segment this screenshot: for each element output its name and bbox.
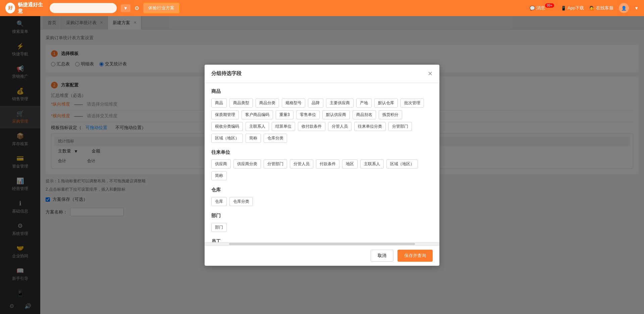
field-tag-spec-model[interactable]: 规格型号 — [282, 99, 305, 108]
top-header: 好 畅捷通好生意 ▼ ⚙ 体验行业方案 💬 消息 99+ 📱 App下载 💁 在… — [0, 0, 644, 16]
field-tag-retail-unit[interactable]: 零售单位 — [296, 110, 320, 119]
message-badge: 99+ — [545, 3, 554, 8]
online-service-icon: 💁 — [589, 6, 595, 11]
field-group-employee: 员工 业务员 — [211, 239, 433, 243]
user-avatar[interactable]: 👤 — [619, 3, 629, 13]
field-tag-shelf-life[interactable]: 保质期管理 — [211, 110, 239, 119]
field-tag-goods-category[interactable]: 商品分类 — [256, 99, 279, 108]
app-download-item[interactable]: 📱 App下载 — [561, 5, 584, 11]
field-tag-managed-person[interactable]: 分管人员 — [290, 160, 313, 169]
field-tag-batch-mgmt[interactable]: 批次管理 — [400, 99, 424, 108]
cancel-button[interactable]: 取消 — [371, 250, 393, 262]
field-tag-managed-dept[interactable]: 分管部门 — [264, 160, 287, 169]
modal-title: 分组待选字段 — [211, 70, 241, 77]
message-icon: 💬 — [530, 6, 535, 11]
field-tag-department[interactable]: 部门 — [211, 223, 227, 232]
logo-icon: 好 — [5, 3, 15, 13]
header-search-input[interactable] — [50, 3, 117, 13]
field-tag-weight[interactable]: 重量3 — [276, 110, 293, 119]
field-tag-tax-code[interactable]: 税收分类编码 — [211, 122, 243, 131]
modal: 分组待选字段 ✕ 商品 商品 商品类型 商品分类 规格型号 品牌 主要供应商 产… — [205, 65, 439, 266]
modal-body: 商品 商品 商品类型 商品分类 规格型号 品牌 主要供应商 产地 默认仓库 批次… — [205, 83, 439, 243]
field-tag-warehouse[interactable]: 仓库 — [211, 197, 227, 206]
logo-text: 畅捷通好生意 — [18, 2, 46, 14]
field-tags-department: 部门 — [211, 223, 433, 232]
field-tag-main-supplier[interactable]: 主要供应商 — [326, 99, 354, 108]
field-tag-main-contact2[interactable]: 主联系人 — [360, 160, 384, 169]
field-tag-manager[interactable]: 分管人员 — [328, 122, 352, 131]
field-tag-default-supplier[interactable]: 默认供应商 — [322, 110, 350, 119]
field-tags-goods: 商品 商品类型 商品分类 规格型号 品牌 主要供应商 产地 默认仓库 批次管理 … — [211, 99, 433, 143]
field-group-goods-title: 商品 — [211, 88, 433, 95]
field-group-department: 部门 部门 — [211, 213, 433, 232]
field-group-warehouse-title: 仓库 — [211, 187, 433, 193]
field-tag-region[interactable]: 区域（地区） — [211, 134, 243, 143]
app-download-icon: 📱 — [561, 6, 566, 11]
field-tag-dept[interactable]: 分管部门 — [388, 122, 412, 131]
message-item[interactable]: 💬 消息 99+ — [530, 5, 555, 11]
field-group-goods: 商品 商品 商品类型 商品分类 规格型号 品牌 主要供应商 产地 默认仓库 批次… — [211, 88, 433, 143]
field-tag-warehouse-cat[interactable]: 仓库分类 — [229, 197, 253, 206]
avatar-icon: 👤 — [621, 6, 627, 11]
field-tag-default-warehouse[interactable]: 默认仓库 — [374, 99, 398, 108]
header-dropdown-button[interactable]: ▼ — [121, 4, 130, 12]
user-dropdown-icon[interactable]: ▼ — [634, 6, 639, 11]
online-service-item[interactable]: 💁 在线客服 — [589, 5, 613, 11]
field-tags-warehouse: 仓库 仓库分类 — [211, 197, 433, 206]
field-tag-goods[interactable]: 商品 — [211, 99, 227, 108]
field-tag-short-name2[interactable]: 简称 — [211, 171, 227, 180]
experience-button[interactable]: 体验行业方案 — [143, 3, 179, 13]
field-tag-main-contact[interactable]: 主联系人 — [246, 122, 269, 131]
field-tag-goods-alias[interactable]: 商品别名 — [353, 110, 376, 119]
field-tag-brand[interactable]: 品牌 — [308, 99, 323, 108]
field-tag-short-name[interactable]: 简称 — [246, 134, 261, 143]
header-right: 💬 消息 99+ 📱 App下载 💁 在线客服 👤 ▼ — [530, 3, 639, 13]
field-tag-customer-code[interactable]: 客户商品编码 — [241, 110, 273, 119]
modal-close-button[interactable]: ✕ — [428, 70, 433, 77]
field-group-department-title: 部门 — [211, 213, 433, 219]
field-group-employee-title: 员工 — [211, 239, 433, 243]
field-tag-supplier-category[interactable]: 供应商分类 — [233, 160, 261, 169]
field-tag-payment-terms[interactable]: 收付款条件 — [298, 122, 325, 131]
field-tags-counterpart: 供应商 供应商分类 分管部门 分管人员 付款条件 地区 主联系人 区域（地区） … — [211, 160, 433, 180]
field-tag-area[interactable]: 地区 — [342, 160, 358, 169]
message-label: 消息 — [536, 5, 545, 11]
field-tag-payment-condition[interactable]: 付款条件 — [316, 160, 339, 169]
confirm-button[interactable]: 保存并查询 — [397, 250, 433, 262]
field-tag-counterpart-category[interactable]: 往来单位分类 — [354, 122, 386, 131]
field-tag-region2[interactable]: 区域（地区） — [386, 160, 418, 169]
horizontal-scrollbar[interactable] — [205, 242, 439, 245]
field-group-counterpart-title: 往来单位 — [211, 149, 433, 155]
modal-overlay: 分组待选字段 ✕ 商品 商品 商品类型 商品分类 规格型号 品牌 主要供应商 产… — [0, 16, 644, 314]
field-tag-settlement-unit[interactable]: 结算单位 — [272, 122, 295, 131]
field-tag-picking-points[interactable]: 拣货积分 — [379, 110, 402, 119]
modal-header: 分组待选字段 ✕ — [205, 65, 439, 83]
field-tag-supplier[interactable]: 供应商 — [211, 160, 231, 169]
app-download-label: App下载 — [568, 5, 584, 11]
field-tag-warehouse-category[interactable]: 仓库分类 — [264, 134, 287, 143]
field-tag-origin[interactable]: 产地 — [356, 99, 372, 108]
header-gear-button[interactable]: ⚙ — [135, 5, 139, 11]
logo-area: 好 畅捷通好生意 — [5, 2, 46, 14]
modal-footer: 取消 保存并查询 — [205, 245, 439, 266]
field-tag-goods-type[interactable]: 商品类型 — [229, 99, 253, 108]
online-service-label: 在线客服 — [596, 5, 613, 11]
field-group-counterpart: 往来单位 供应商 供应商分类 分管部门 分管人员 付款条件 地区 主联系人 区域… — [211, 149, 433, 180]
field-group-warehouse: 仓库 仓库 仓库分类 — [211, 187, 433, 206]
